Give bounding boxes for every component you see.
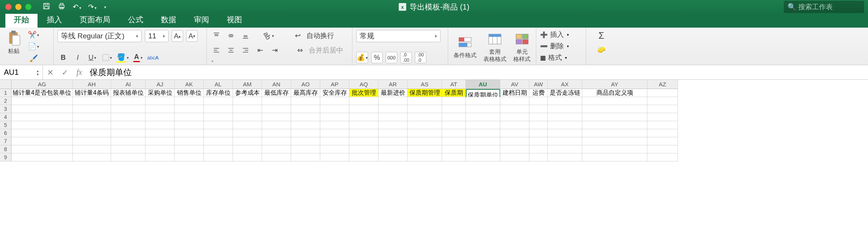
row-header[interactable]: 5	[0, 121, 11, 129]
cell[interactable]	[582, 121, 647, 129]
cell[interactable]: 采购单位	[146, 89, 175, 97]
cell[interactable]	[378, 129, 408, 137]
cell[interactable]	[548, 121, 582, 129]
font-name-select[interactable]: 等线 Regular (正文)▾	[57, 30, 142, 42]
cell[interactable]	[548, 129, 582, 137]
cell[interactable]	[233, 129, 262, 137]
tab-view[interactable]: 视图	[218, 12, 251, 28]
cell[interactable]	[233, 121, 262, 129]
cell[interactable]	[529, 113, 548, 121]
column-header-AO[interactable]: AO	[291, 80, 320, 89]
tab-review[interactable]: 审阅	[185, 12, 218, 28]
cell[interactable]	[262, 137, 291, 145]
cell[interactable]	[233, 113, 262, 121]
cell[interactable]	[378, 113, 408, 121]
cell[interactable]	[378, 121, 408, 129]
cell[interactable]: 运费	[529, 89, 548, 97]
cell[interactable]	[529, 105, 548, 113]
column-header-AV[interactable]: AV	[500, 80, 529, 89]
cell[interactable]	[204, 105, 233, 113]
cell[interactable]	[262, 121, 291, 129]
tab-home[interactable]: 开始	[5, 12, 38, 28]
wrap-text-button[interactable]: ↩	[292, 30, 303, 41]
column-header-AR[interactable]: AR	[378, 80, 408, 89]
cell[interactable]	[548, 153, 582, 161]
cell-styles-button[interactable]: 单元 格样式	[512, 31, 532, 63]
font-size-select[interactable]: 11▾	[145, 30, 169, 42]
cell[interactable]	[73, 153, 111, 161]
cell[interactable]	[442, 105, 466, 113]
cell[interactable]	[320, 97, 349, 105]
cell[interactable]	[11, 137, 73, 145]
cell[interactable]	[111, 97, 146, 105]
cell[interactable]	[262, 97, 291, 105]
clear-button[interactable]: 🧽	[590, 44, 613, 55]
column-header-AX[interactable]: AX	[548, 80, 582, 89]
bold-button[interactable]: B	[57, 52, 69, 63]
cell[interactable]	[647, 105, 678, 113]
decrease-font-button[interactable]: A▾	[186, 30, 198, 42]
cell[interactable]	[320, 105, 349, 113]
column-header-AM[interactable]: AM	[233, 80, 262, 89]
cell[interactable]	[291, 105, 320, 113]
cell[interactable]: 保质期	[442, 89, 466, 97]
cell[interactable]	[529, 129, 548, 137]
cell[interactable]	[146, 145, 175, 153]
cell[interactable]	[233, 137, 262, 145]
enter-formula-button[interactable]: ✓	[57, 65, 72, 79]
border-button[interactable]: ▾	[101, 52, 113, 63]
phonetic-button[interactable]: abcA	[147, 52, 159, 63]
cell[interactable]	[146, 113, 175, 121]
merge-button[interactable]: ⇔	[294, 44, 306, 56]
cell[interactable]	[500, 145, 529, 153]
row-header[interactable]: 4	[0, 113, 11, 121]
align-center-button[interactable]	[225, 44, 237, 56]
cell[interactable]	[529, 121, 548, 129]
cell[interactable]	[582, 129, 647, 137]
cell[interactable]	[111, 145, 146, 153]
name-box-stepper[interactable]: ▴▾	[37, 69, 39, 76]
cell[interactable]	[11, 153, 73, 161]
cancel-formula-button[interactable]: ✕	[43, 65, 57, 79]
cell[interactable]	[408, 137, 442, 145]
cell[interactable]	[500, 121, 529, 129]
decrease-decimal-button[interactable]: .00.0	[415, 52, 426, 63]
currency-button[interactable]: 💰▾	[356, 52, 368, 63]
row-header[interactable]: 1	[0, 89, 11, 97]
cell[interactable]: 是否走冻链	[548, 89, 582, 97]
paste-button[interactable]: 粘贴	[4, 30, 24, 63]
cell[interactable]	[175, 97, 204, 105]
cell[interactable]	[442, 113, 466, 121]
cell[interactable]	[233, 145, 262, 153]
cell[interactable]	[291, 121, 320, 129]
cell[interactable]	[442, 97, 466, 105]
cell[interactable]	[73, 113, 111, 121]
fx-button[interactable]: fx	[72, 65, 87, 79]
cell[interactable]	[500, 153, 529, 161]
cell[interactable]	[349, 153, 378, 161]
cell[interactable]	[582, 113, 647, 121]
cell[interactable]	[582, 105, 647, 113]
comma-button[interactable]: 000	[386, 52, 397, 63]
cell[interactable]	[175, 121, 204, 129]
cell[interactable]	[175, 137, 204, 145]
cell[interactable]	[111, 113, 146, 121]
cell[interactable]	[175, 153, 204, 161]
cell[interactable]	[73, 137, 111, 145]
fill-color-button[interactable]: 🪣▾	[116, 52, 129, 63]
cell[interactable]	[204, 137, 233, 145]
tab-data[interactable]: 数据	[152, 12, 185, 28]
cell[interactable]	[291, 145, 320, 153]
row-header[interactable]: 9	[0, 153, 11, 161]
cell[interactable]: 库存单位	[204, 89, 233, 97]
cell[interactable]	[262, 153, 291, 161]
cell[interactable]	[11, 97, 73, 105]
cell[interactable]	[442, 137, 466, 145]
format-cells-button[interactable]: ▦格式▾	[540, 53, 582, 62]
cell[interactable]	[378, 137, 408, 145]
cell[interactable]	[582, 153, 647, 161]
print-icon[interactable]	[57, 2, 66, 12]
cell[interactable]	[529, 137, 548, 145]
cell[interactable]: 保质期管理	[408, 89, 442, 97]
cell[interactable]	[146, 129, 175, 137]
